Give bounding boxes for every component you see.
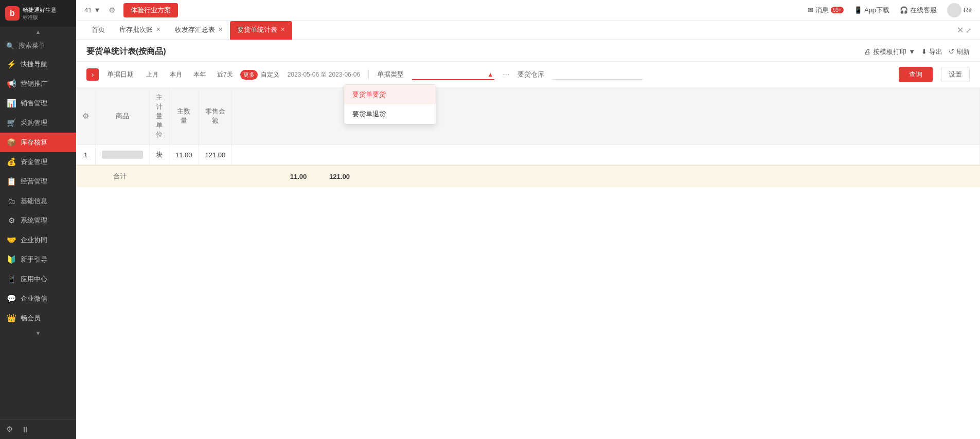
sidebar-item-operation[interactable]: 📋 经营管理 — [0, 172, 76, 191]
filter-bar: › 单据日期 上月 本月 本年 近7天 更多 自定义 2023-05-06 至 … — [76, 62, 980, 88]
cell-unit: 块 — [150, 145, 169, 165]
sidebar-item-label: 经营管理 — [21, 177, 47, 186]
sidebar-item-quick-nav[interactable]: ⚡ 快捷导航 — [0, 54, 76, 74]
collapse-icon[interactable]: ⏸ — [21, 425, 29, 434]
top-header: 41 ▼ ⚙ 体验行业方案 ✉ 消息 99+ 📱 App下载 🎧 在线客服 Ri… — [76, 0, 980, 21]
avatar — [947, 3, 961, 17]
messages-btn[interactable]: ✉ 消息 99+ — [808, 6, 844, 15]
service-icon: 🎧 — [900, 6, 908, 14]
expand-filter-btn[interactable]: › — [86, 68, 99, 81]
export-label: 导出 — [929, 47, 942, 57]
operation-icon: 📋 — [6, 177, 16, 186]
warehouse-input[interactable] — [553, 69, 643, 80]
tabs-close-all[interactable]: ✕ — [957, 25, 964, 35]
tab-batch-account[interactable]: 库存批次账 ✕ — [112, 21, 168, 40]
tabs-expand[interactable]: ⤢ — [966, 26, 972, 34]
user-profile[interactable]: Rit — [947, 3, 972, 17]
sidebar-item-system[interactable]: ⚙ 系统管理 — [0, 211, 76, 230]
filter-more-btn[interactable]: ··· — [503, 70, 509, 79]
sidebar-item-finance[interactable]: 💰 资金管理 — [0, 152, 76, 172]
tab-close-icon[interactable]: ✕ — [218, 26, 223, 33]
print-dropdown-icon: ▼ — [908, 48, 915, 56]
logo-icon: b — [5, 6, 20, 21]
date-range-display: 2023-05-06 至 2023-06-06 — [288, 70, 360, 79]
type-filter-label: 单据类型 — [377, 70, 404, 79]
query-button[interactable]: 查询 — [899, 67, 933, 82]
sidebar-item-label: 新手引导 — [21, 255, 47, 264]
marketing-icon: 📢 — [6, 79, 16, 88]
sidebar-item-marketing[interactable]: 📢 营销推广 — [0, 74, 76, 94]
settings-filter-btn[interactable]: 设置 — [941, 67, 970, 82]
quick-nav-icon: ⚡ — [6, 60, 16, 69]
sidebar-item-label: 系统管理 — [21, 216, 47, 225]
sidebar-scroll-down[interactable]: ▼ — [0, 328, 76, 338]
export-btn[interactable]: ⬇ 导出 — [921, 47, 942, 57]
sidebar-item-purchase[interactable]: 🛒 采购管理 — [0, 113, 76, 133]
collab-icon: 🤝 — [6, 235, 16, 245]
sidebar-item-sales[interactable]: 📊 销售管理 — [0, 94, 76, 113]
header-settings-icon[interactable]: ⚙ — [109, 6, 115, 15]
trial-button[interactable]: 体验行业方案 — [123, 3, 178, 17]
settings-bottom-icon[interactable]: ⚙ — [6, 425, 13, 434]
app-download-icon: 📱 — [854, 6, 862, 14]
message-icon: ✉ — [808, 6, 813, 14]
col-amount: 零售金额 — [199, 88, 232, 145]
sidebar-bottom: ⚙ ⏸ — [0, 419, 76, 439]
tab-label: 要货单统计表 — [237, 25, 277, 34]
sidebar-item-apps[interactable]: 📱 应用中心 — [0, 269, 76, 289]
date-opt-last-month[interactable]: 上月 — [142, 69, 163, 81]
col-settings-icon[interactable]: ⚙ — [82, 112, 89, 120]
search-menu-item[interactable]: 🔍 搜索菜单 — [0, 37, 76, 54]
dropdown-item-1[interactable]: 要货单要货 — [344, 85, 436, 104]
app-download-btn[interactable]: 📱 App下载 — [854, 6, 889, 15]
date-opt-this-year[interactable]: 本年 — [189, 69, 210, 81]
table-area: ⚙ 商品 主计量单位 主数量 零售金额 1 — [76, 88, 980, 165]
sidebar-item-label: 基础信息 — [21, 196, 47, 206]
table-footer: 合计 11.00 121.00 — [76, 165, 980, 187]
tab-close-icon[interactable]: ✕ — [280, 26, 285, 33]
product-blurred — [102, 151, 143, 159]
print-btn[interactable]: 🖨 按模板打印 ▼ — [864, 47, 915, 57]
sidebar-item-wechat[interactable]: 💬 企业微信 — [0, 289, 76, 308]
dropdown-item-2[interactable]: 要货单退货 — [344, 104, 436, 124]
sidebar-item-label: 库存核算 — [21, 138, 47, 147]
sidebar-scroll-up[interactable]: ▲ — [0, 27, 76, 37]
refresh-icon: ↺ — [949, 48, 954, 56]
filter-divider — [368, 69, 369, 80]
more-date-badge[interactable]: 更多 — [240, 70, 258, 80]
sidebar-item-member[interactable]: 👑 畅会员 — [0, 308, 76, 328]
search-menu-label: 搜索菜单 — [19, 41, 45, 50]
date-opt-this-month[interactable]: 本月 — [166, 69, 186, 81]
sidebar-item-guide[interactable]: 🔰 新手引导 — [0, 250, 76, 269]
app-version: 标准版 — [23, 14, 57, 21]
header-right: ✉ 消息 99+ 📱 App下载 🎧 在线客服 Rit — [808, 3, 972, 17]
tabs-bar: 首页 库存批次账 ✕ 收发存汇总表 ✕ 要货单统计表 ✕ ✕ ⤢ — [76, 21, 980, 40]
store-selector[interactable]: 41 ▼ — [84, 6, 100, 14]
date-custom-btn[interactable]: 自定义 — [261, 70, 279, 79]
main-area: 41 ▼ ⚙ 体验行业方案 ✉ 消息 99+ 📱 App下载 🎧 在线客服 Ri… — [76, 0, 980, 439]
type-select[interactable]: 要货单要货 要货单退货 — [412, 69, 494, 80]
online-service-btn[interactable]: 🎧 在线客服 — [900, 6, 937, 15]
sidebar-item-collab[interactable]: 🤝 企业协同 — [0, 230, 76, 250]
online-service-label: 在线客服 — [910, 6, 937, 15]
cell-product — [96, 145, 150, 165]
refresh-btn[interactable]: ↺ 刷新 — [949, 47, 970, 57]
col-product: 商品 — [96, 88, 150, 145]
sidebar-item-inventory[interactable]: 📦 库存核算 — [0, 133, 76, 152]
wechat-icon: 💬 — [6, 294, 16, 303]
page-title: 要货单统计表(按商品) — [86, 46, 166, 57]
tab-order-stat[interactable]: 要货单统计表 ✕ — [230, 21, 292, 40]
sidebar-item-label: 采购管理 — [21, 118, 47, 127]
purchase-icon: 🛒 — [6, 118, 16, 127]
cell-qty: 11.00 — [169, 145, 199, 165]
messages-label: 消息 — [815, 6, 829, 15]
sidebar-item-basic[interactable]: 🗂 基础信息 — [0, 191, 76, 211]
sidebar-item-label: 企业微信 — [21, 294, 47, 303]
sidebar: b 畅捷通好生意 标准版 ▲ 🔍 搜索菜单 ⚡ 快捷导航 📢 营销推广 📊 销售… — [0, 0, 76, 439]
tab-close-icon[interactable]: ✕ — [156, 26, 161, 33]
inventory-icon: 📦 — [6, 138, 16, 147]
tab-send-receive[interactable]: 收发存汇总表 ✕ — [168, 21, 230, 40]
date-opt-7days[interactable]: 近7天 — [213, 69, 237, 81]
tab-home[interactable]: 首页 — [84, 21, 112, 40]
warehouse-filter-label: 要货仓库 — [518, 70, 544, 79]
